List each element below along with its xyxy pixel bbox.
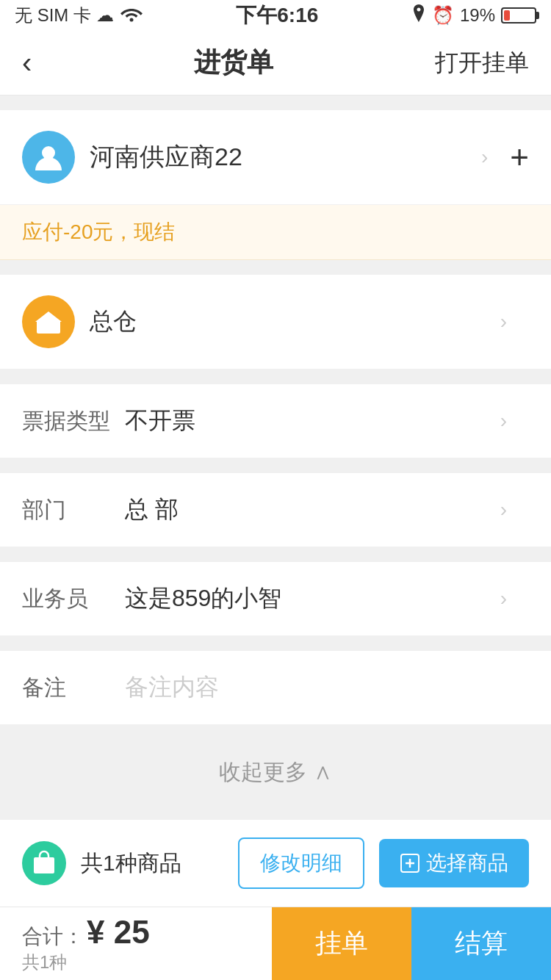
select-product-label: 选择商品 xyxy=(426,849,508,877)
back-button[interactable]: ‹ xyxy=(22,46,32,79)
gap-8 xyxy=(0,805,551,820)
department-value: 总 部 xyxy=(125,494,500,526)
sim-text: 无 SIM 卡 ☁ xyxy=(15,4,114,27)
department-section: 部门 总 部 › xyxy=(0,473,551,547)
status-right: ⏰ 19% xyxy=(411,4,536,26)
supplier-chevron-icon: › xyxy=(481,145,488,169)
supplier-section: 河南供应商22 › + 应付-20元，现结 xyxy=(0,110,551,260)
department-label: 部门 xyxy=(22,495,125,525)
gap-1 xyxy=(0,96,551,110)
department-chevron-icon: › xyxy=(500,498,507,522)
gap-2 xyxy=(0,260,551,275)
invoice-chevron-icon: › xyxy=(500,409,507,433)
hang-button[interactable]: 挂单 xyxy=(272,907,411,980)
remark-row: 备注 备注内容 xyxy=(0,651,551,725)
remark-input[interactable]: 备注内容 xyxy=(125,671,529,704)
status-left: 无 SIM 卡 ☁ xyxy=(15,4,143,27)
alarm-icon: ⏰ xyxy=(432,5,454,26)
products-count: 共1种商品 xyxy=(81,849,223,879)
gap-5 xyxy=(0,547,551,562)
remark-section: 备注 备注内容 xyxy=(0,651,551,725)
page-title: 进货单 xyxy=(194,45,273,81)
salesperson-row[interactable]: 业务员 这是859的小智 › xyxy=(0,562,551,636)
battery-icon xyxy=(501,7,536,24)
notice-bar: 应付-20元，现结 xyxy=(0,205,551,260)
warehouse-icon xyxy=(22,295,75,348)
invoice-label: 票据类型 xyxy=(22,406,125,436)
status-time: 下午6:16 xyxy=(236,1,318,29)
total-label: 合计： xyxy=(22,923,84,951)
products-icon xyxy=(22,841,66,885)
notice-text: 应付-20元，现结 xyxy=(22,220,175,243)
battery-percent: 19% xyxy=(460,5,495,26)
total-amount: ¥ 25 xyxy=(87,914,150,951)
gap-4 xyxy=(0,458,551,473)
status-bar: 无 SIM 卡 ☁ 下午6:16 ⏰ 19% xyxy=(0,0,551,31)
edit-detail-button[interactable]: 修改明细 xyxy=(238,837,364,889)
warehouse-value: 总仓 xyxy=(90,306,500,338)
svg-point-0 xyxy=(129,18,133,22)
location-icon xyxy=(411,4,426,26)
supplier-name: 河南供应商22 xyxy=(90,140,481,174)
salesperson-value: 这是859的小智 xyxy=(125,583,500,615)
salesperson-chevron-icon: › xyxy=(500,587,507,610)
department-row[interactable]: 部门 总 部 › xyxy=(0,473,551,547)
wifi-icon xyxy=(120,4,143,26)
nav-bar: ‹ 进货单 打开挂单 xyxy=(0,31,551,96)
open-pending-button[interactable]: 打开挂单 xyxy=(435,47,529,79)
invoice-row[interactable]: 票据类型 不开票 › xyxy=(0,384,551,458)
collapse-text: 收起更多 ∧ xyxy=(219,757,331,788)
select-product-button[interactable]: 选择商品 xyxy=(379,839,529,887)
svg-rect-2 xyxy=(37,320,60,334)
supplier-avatar xyxy=(22,131,75,184)
total-sub: 共1种 xyxy=(22,951,250,974)
products-header: 共1种商品 修改明细 选择商品 xyxy=(0,820,551,907)
invoice-value: 不开票 xyxy=(125,405,500,437)
salesperson-label: 业务员 xyxy=(22,584,125,614)
gap-6 xyxy=(0,636,551,651)
warehouse-section: 总仓 › xyxy=(0,275,551,370)
settle-button[interactable]: 结算 xyxy=(411,907,551,980)
collapse-bar[interactable]: 收起更多 ∧ xyxy=(0,740,551,805)
gap-7 xyxy=(0,725,551,740)
footer: 合计： ¥ 25 共1种 挂单 结算 xyxy=(0,907,551,980)
invoice-section: 票据类型 不开票 › xyxy=(0,384,551,458)
remark-label: 备注 xyxy=(22,673,125,703)
warehouse-row[interactable]: 总仓 › xyxy=(0,275,551,370)
salesperson-section: 业务员 这是859的小智 › xyxy=(0,562,551,636)
supplier-row[interactable]: 河南供应商22 › + xyxy=(0,110,551,205)
svg-rect-3 xyxy=(34,857,54,873)
warehouse-chevron-icon: › xyxy=(500,310,507,334)
footer-total: 合计： ¥ 25 共1种 xyxy=(0,907,272,980)
gap-3 xyxy=(0,370,551,384)
add-supplier-button[interactable]: + xyxy=(510,141,529,173)
